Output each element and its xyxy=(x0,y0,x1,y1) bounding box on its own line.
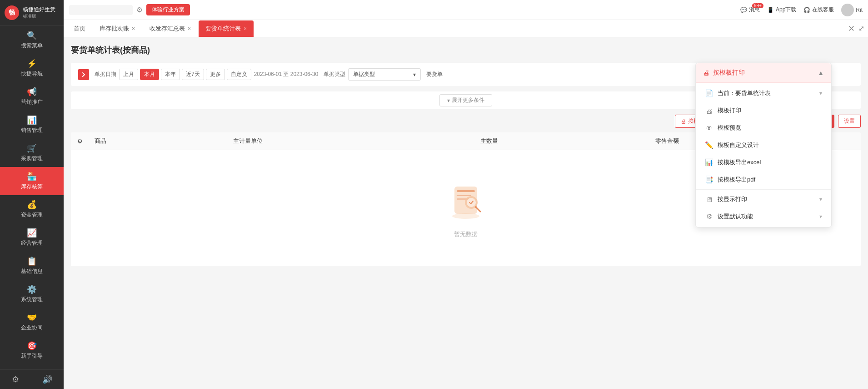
tab-receivable-summary[interactable]: 收发存汇总表 × xyxy=(143,20,198,37)
date-btn-7days[interactable]: 近7天 xyxy=(182,69,204,80)
sidebar-item-guide[interactable]: 🎯 新手引导 xyxy=(0,336,64,364)
svg-point-6 xyxy=(467,198,476,207)
sidebar-item-purchase[interactable]: 🛒 采购管理 xyxy=(0,139,64,167)
sidebar-item-system[interactable]: ⚙️ 系统管理 xyxy=(0,280,64,308)
dropdown-title-text: 按模板打印 xyxy=(713,69,745,77)
sidebar: 畅 畅捷通好生意 标准版 🔍 搜索菜单 ⚡ 快捷导航 📢 营销推广 📊 销售管理… xyxy=(0,0,64,389)
sidebar-item-operations[interactable]: 📈 经营管理 xyxy=(0,223,64,252)
sidebar-item-label: 新手引导 xyxy=(21,352,43,360)
template-excel-item[interactable]: 📊 按模板导出excel xyxy=(696,154,831,171)
svg-point-7 xyxy=(475,206,477,208)
handshake-icon: 🤝 xyxy=(27,313,37,323)
dropdown-header: 🖨 按模板打印 ▲ xyxy=(696,63,831,83)
gear-icon[interactable]: ⚙ xyxy=(77,138,83,145)
sidebar-item-label: 企业协同 xyxy=(21,324,43,332)
tab-inventory-batch-close[interactable]: × xyxy=(132,25,135,32)
sidebar-item-label: 系统管理 xyxy=(21,296,43,303)
order-type-select[interactable]: 单据类型 ▾ xyxy=(348,68,421,81)
template-custom-item[interactable]: ✏️ 模板自定义设计 xyxy=(696,136,831,154)
dropdown-body: 📄 当前：要货单统计表 ▾ 🖨 模板打印 👁 模板预览 ✏️ 模板自定义设计 📊… xyxy=(696,83,831,227)
user-profile[interactable]: Rit xyxy=(841,4,863,16)
lightning-icon: ⚡ xyxy=(27,59,37,69)
logo-icon: 畅 xyxy=(5,5,19,20)
template-preview-label: 模板预览 xyxy=(718,124,741,132)
display-print-item[interactable]: 🖥 按显示打印 ▾ xyxy=(696,191,831,208)
expand-more-button[interactable]: ▾ 展开更多条件 xyxy=(439,94,492,106)
sidebar-item-label: 基础信息 xyxy=(21,268,43,275)
order-type-filter-group: 单据类型 单据类型 ▾ xyxy=(324,68,421,81)
table-col-goods: 商品 xyxy=(89,132,228,150)
online-service-button[interactable]: 🎧 在线客服 xyxy=(803,6,834,14)
template-preview-icon: 👁 xyxy=(705,124,713,132)
goods-label: 要货单 xyxy=(426,71,443,78)
topbar-gear-icon[interactable]: ⚙ xyxy=(136,5,143,14)
empty-text: 暂无数据 xyxy=(454,230,478,238)
tab-order-stats[interactable]: 要货单统计表 × xyxy=(199,20,254,37)
default-func-chevron: ▾ xyxy=(819,213,822,220)
settings-footer-icon[interactable]: ⚙ xyxy=(12,374,19,384)
tabs-bar: 首页 库存批次账 × 收发存汇总表 × 要货单统计表 × ✕ ⤢ xyxy=(64,20,868,37)
order-type-value: 单据类型 xyxy=(353,71,375,78)
tab-inventory-batch[interactable]: 库存批次账 × xyxy=(93,20,142,37)
tab-home-label: 首页 xyxy=(74,25,85,33)
tab-order-stats-close[interactable]: × xyxy=(244,25,247,32)
current-template-item[interactable]: 📄 当前：要货单统计表 ▾ xyxy=(696,85,831,102)
sidebar-item-enterprise[interactable]: 🤝 企业协同 xyxy=(0,308,64,336)
order-type-label: 单据类型 xyxy=(324,71,345,78)
messages-button[interactable]: 💬 消息 99+ xyxy=(740,6,760,14)
search-input[interactable] xyxy=(69,5,133,15)
sidebar-item-marketing[interactable]: 📢 营销推广 xyxy=(0,82,64,111)
template-pdf-item[interactable]: 📑 按模板导出pdf xyxy=(696,171,831,188)
svg-rect-3 xyxy=(457,195,471,196)
sidebar-item-basic[interactable]: 📋 基础信息 xyxy=(0,252,64,280)
current-template-icon: 📄 xyxy=(705,89,713,97)
dropdown-title: 🖨 按模板打印 xyxy=(703,69,745,77)
svg-rect-2 xyxy=(457,190,475,192)
messages-badge: 99+ xyxy=(752,3,763,8)
expand-more-label: 展开更多条件 xyxy=(452,96,484,104)
dropdown-divider xyxy=(696,189,831,190)
audio-footer-icon[interactable]: 🔊 xyxy=(42,374,52,384)
arrow-right-icon xyxy=(81,72,86,77)
app-download-button[interactable]: 📱 App下载 xyxy=(767,6,796,14)
close-window-button[interactable]: ✕ xyxy=(848,24,855,34)
sidebar-nav: 🔍 搜索菜单 ⚡ 快捷导航 📢 营销推广 📊 销售管理 🛒 采购管理 🏪 库存核… xyxy=(0,26,64,369)
sidebar-item-apps[interactable]: 📱 应用中心 xyxy=(0,364,64,369)
template-print-item[interactable]: 🖨 模板打印 xyxy=(696,102,831,119)
table-col-unit: 主计量单位 xyxy=(228,132,475,150)
sidebar-item-finance[interactable]: 💰 资金管理 xyxy=(0,195,64,223)
date-btn-custom[interactable]: 自定义 xyxy=(227,69,251,80)
username: Rit xyxy=(856,7,863,13)
date-btn-last-month[interactable]: 上月 xyxy=(119,69,138,80)
sidebar-item-quick-nav[interactable]: ⚡ 快捷导航 xyxy=(0,54,64,82)
template-preview-item[interactable]: 👁 模板预览 xyxy=(696,119,831,136)
default-func-icon: ⚙ xyxy=(705,212,713,221)
template-print-label: 模板打印 xyxy=(718,106,741,115)
tab-receivable-summary-label: 收发存汇总表 xyxy=(150,25,185,33)
sidebar-item-sales[interactable]: 📊 销售管理 xyxy=(0,111,64,139)
settings-button[interactable]: 设置 xyxy=(838,115,861,128)
default-func-label: 设置默认功能 xyxy=(718,212,753,221)
experience-button[interactable]: 体验行业方案 xyxy=(146,4,190,15)
target-icon: 🎯 xyxy=(27,341,37,351)
sidebar-item-inventory[interactable]: 🏪 库存核算 xyxy=(0,167,64,195)
sidebar-item-search[interactable]: 🔍 搜索菜单 xyxy=(0,26,64,54)
date-btn-current-year[interactable]: 本年 xyxy=(161,69,180,80)
default-func-item[interactable]: ⚙ 设置默认功能 ▾ xyxy=(696,208,831,225)
current-template-label: 当前：要货单统计表 xyxy=(718,89,771,97)
dropdown-collapse-icon[interactable]: ▲ xyxy=(818,69,824,76)
megaphone-icon: 📢 xyxy=(27,87,37,97)
filter-expand-button[interactable] xyxy=(78,69,89,80)
date-filter-group: 单据日期 上月 本月 本年 近7天 更多 自定义 2023-06-01 至 20… xyxy=(95,69,318,80)
date-btn-current-month[interactable]: 本月 xyxy=(140,69,159,80)
tabs-actions: ✕ ⤢ xyxy=(848,24,864,34)
tab-home[interactable]: 首页 xyxy=(67,20,92,37)
date-buttons: 上月 本月 本年 近7天 更多 自定义 xyxy=(119,69,251,80)
sidebar-item-label: 采购管理 xyxy=(21,155,43,162)
trending-icon: 📈 xyxy=(27,228,37,238)
maximize-window-button[interactable]: ⤢ xyxy=(858,24,864,33)
online-service-label: 在线客服 xyxy=(812,6,834,14)
tab-receivable-summary-close[interactable]: × xyxy=(188,25,191,32)
search-icon: 🔍 xyxy=(27,30,37,40)
date-btn-more[interactable]: 更多 xyxy=(206,69,225,80)
